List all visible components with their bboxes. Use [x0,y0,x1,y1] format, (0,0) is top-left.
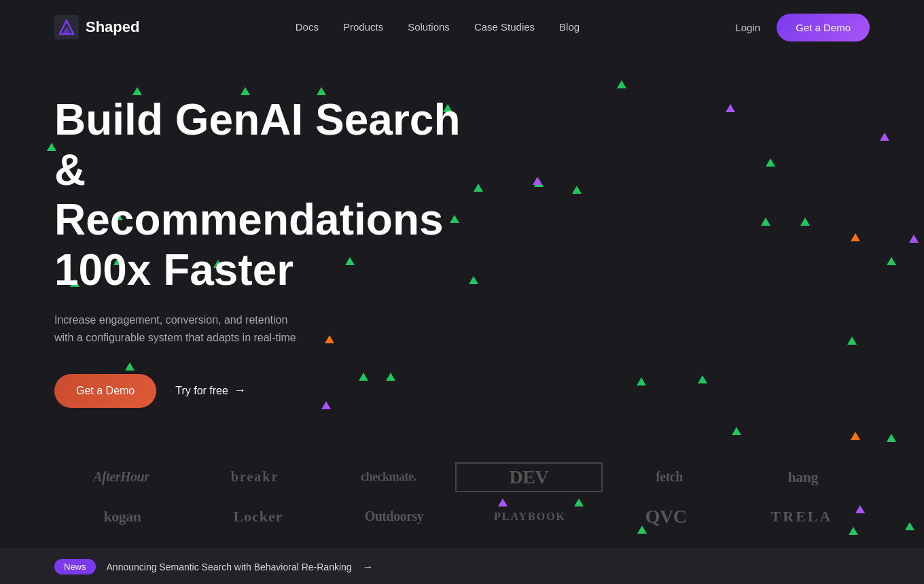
hero-subtitle-line1: Increase engagement, conversion, and ret… [54,314,287,326]
news-arrow-icon: → [363,561,374,573]
logo-locker: Locker [190,508,326,526]
hero-subtitle: Increase engagement, conversion, and ret… [54,311,340,346]
news-badge: News [54,559,96,574]
logo-checkmate: checkmate. [321,470,455,484]
logo-link[interactable]: Shaped [54,15,139,39]
try-free-label: Try for free [175,385,228,397]
logo-outdoorsy: Outdoorsy [326,509,462,524]
logo-kogan: kogan [54,508,190,526]
hero-subtitle-line2: with a configurable system that adapts i… [54,332,296,343]
logo-fetch: fetch [603,469,736,485]
hero-actions: Get a Demo Try for free → [54,374,870,408]
logo-playbook: PLAYBOOK [462,511,598,523]
nav-links: Docs Products Solutions Case Studies Blo… [296,21,580,33]
navbar: Shaped Docs Products Solutions Case Stud… [0,0,924,54]
logos-row-1: AfterHour breakr checkmate. DEV fetch ha… [54,462,870,492]
logo-icon [54,15,79,39]
logo-afterhour: AfterHour [54,469,188,485]
nav-solutions[interactable]: Solutions [408,21,450,33]
logo-trela: TRELA [734,508,870,526]
nav-blog[interactable]: Blog [559,21,580,33]
nav-right: Login Get a Demo [735,14,870,41]
get-demo-hero-button[interactable]: Get a Demo [54,374,156,408]
news-banner[interactable]: News Announcing Semantic Search with Beh… [0,549,924,584]
hero-section: Build GenAI Search & Recommendations 100… [0,54,924,435]
nav-products[interactable]: Products [343,21,383,33]
logo-qvc: QVC [598,506,734,528]
logos-row-2: kogan Locker Outdoorsy PLAYBOOK QVC TREL… [54,506,870,528]
nav-case-studies[interactable]: Case Studies [474,21,535,33]
logo-hang: hang [736,468,870,486]
get-demo-nav-button[interactable]: Get a Demo [777,14,870,41]
hero-title: Build GenAI Search & Recommendations 100… [54,95,462,295]
nav-docs[interactable]: Docs [296,21,319,33]
login-link[interactable]: Login [735,22,760,33]
logo-dev: DEV [455,462,603,492]
news-text: Announcing Semantic Search with Behavior… [107,562,352,572]
arrow-right-icon: → [234,383,246,398]
logo-text: Shaped [86,18,139,36]
logo-breakr: breakr [188,469,322,485]
try-free-link[interactable]: Try for free → [175,383,246,398]
